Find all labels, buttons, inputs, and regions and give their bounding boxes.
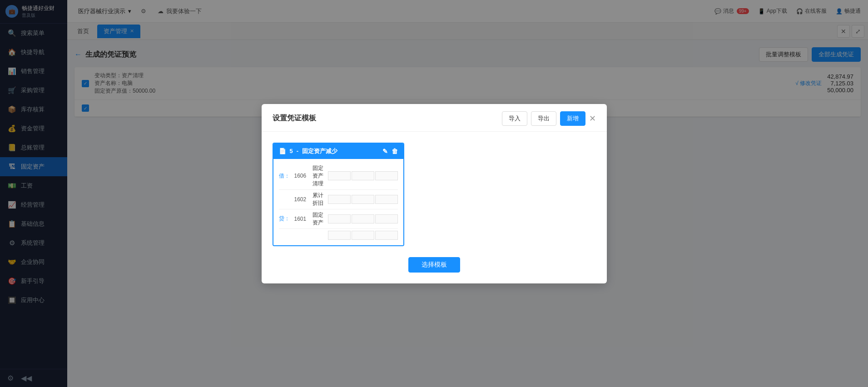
- entry-cols: [328, 195, 398, 204]
- entry-col-1: [328, 231, 351, 240]
- entry-col-3: [375, 195, 398, 204]
- entry-col-2: [352, 214, 374, 223]
- import-btn[interactable]: 导入: [502, 111, 527, 126]
- entry-col-3: [375, 214, 398, 223]
- entry-account: 固定资产清理: [312, 164, 326, 188]
- entry-col-2: [352, 171, 374, 180]
- template-entry-0: 借： 1606 固定资产清理: [279, 163, 398, 190]
- entry-col-2: [352, 231, 374, 240]
- template-doc-icon: 📄: [279, 148, 286, 154]
- template-name: 固定资产减少: [302, 147, 337, 155]
- modal-backdrop: 设置凭证模板 导入 导出 新增 ✕ 📄 5 - 固定资产减少 ✎ 🗑: [0, 0, 868, 387]
- modal-body: 📄 5 - 固定资产减少 ✎ 🗑 借： 1606 固定资产清理: [262, 132, 607, 283]
- entry-account: 固定资产: [312, 211, 326, 227]
- entry-cols: [328, 231, 398, 240]
- template-card: 📄 5 - 固定资产减少 ✎ 🗑 借： 1606 固定资产清理: [273, 143, 404, 246]
- entry-col-1: [328, 214, 351, 223]
- entry-col-3: [375, 171, 398, 180]
- entry-code: 1606: [294, 173, 311, 179]
- entry-cols: [328, 171, 398, 180]
- entry-direction: 借：: [279, 172, 293, 180]
- entry-col-1: [328, 195, 351, 204]
- entry-col-2: [352, 195, 374, 204]
- template-entry-2: 贷： 1601 固定资产: [279, 209, 398, 229]
- entry-code: 1601: [294, 216, 311, 222]
- entry-direction: 贷：: [279, 215, 293, 223]
- template-card-header: 📄 5 - 固定资产减少 ✎ 🗑: [273, 144, 403, 159]
- entry-account: 累计折旧: [312, 192, 326, 207]
- modal-dialog: 设置凭证模板 导入 导出 新增 ✕ 📄 5 - 固定资产减少 ✎ 🗑: [262, 104, 607, 283]
- template-header-actions: ✎ 🗑: [382, 148, 398, 155]
- entry-col-1: [328, 171, 351, 180]
- template-entry-empty: [279, 229, 398, 242]
- export-btn[interactable]: 导出: [531, 111, 556, 126]
- template-card-body: 借： 1606 固定资产清理 1602 累计折旧 贷： 1601 固定资产: [273, 159, 403, 245]
- modal-header: 设置凭证模板 导入 导出 新增 ✕: [262, 104, 607, 132]
- entry-col-3: [375, 231, 398, 240]
- modal-title: 设置凭证模板: [273, 114, 316, 123]
- template-separator: -: [297, 148, 298, 154]
- new-btn[interactable]: 新增: [560, 111, 585, 126]
- select-template-btn[interactable]: 选择模板: [408, 257, 460, 273]
- entry-code: 1602: [294, 196, 311, 203]
- template-number: 5: [290, 148, 293, 154]
- template-delete-icon[interactable]: 🗑: [392, 148, 398, 155]
- entry-cols: [328, 214, 398, 223]
- template-entry-1: 1602 累计折旧: [279, 190, 398, 209]
- modal-close-btn[interactable]: ✕: [589, 114, 596, 123]
- template-edit-icon[interactable]: ✎: [382, 148, 388, 155]
- select-template-area: 选择模板: [273, 257, 596, 273]
